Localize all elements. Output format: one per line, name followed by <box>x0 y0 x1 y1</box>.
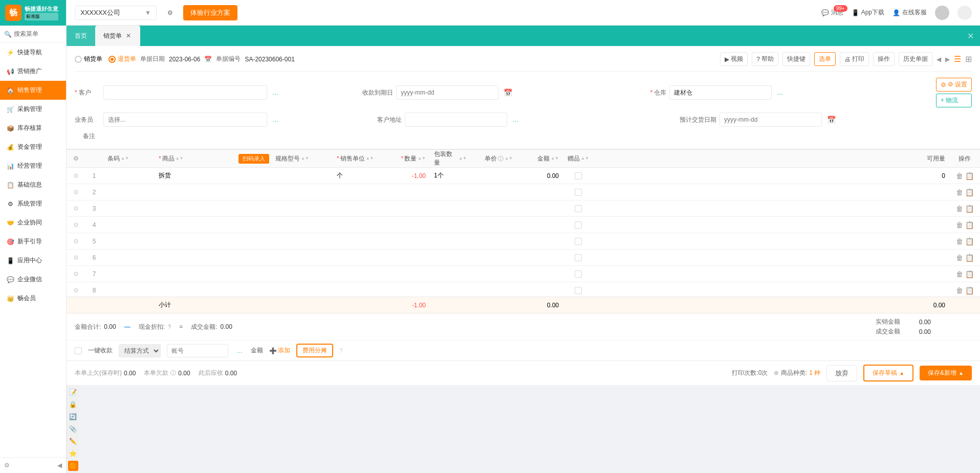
sidebar-item-system[interactable]: ⚙ 系统管理 <box>0 194 66 213</box>
pack-qty-sort-icon[interactable]: ▲▼ <box>459 156 467 161</box>
gift-checkbox[interactable] <box>575 221 582 229</box>
settings-button[interactable]: ⚙ ⚙ 设置 <box>936 78 972 92</box>
radio-return-order[interactable]: 退货单 <box>108 55 136 63</box>
add-amount-link[interactable]: ➕ 添加 <box>269 346 290 355</box>
row1-copy-icon[interactable]: 📋 <box>965 172 974 180</box>
warehouse-input[interactable] <box>669 85 772 100</box>
expected-delivery-input[interactable] <box>720 112 822 127</box>
settlement-method-select[interactable]: 结算方式 <box>119 344 161 357</box>
avatar[interactable] <box>935 6 949 20</box>
sidebar-item-guide[interactable]: 🎯 新手引导 <box>0 232 66 251</box>
radio-sale-order[interactable]: 销货单 <box>75 55 102 63</box>
nav-prev-icon[interactable]: ◀ <box>937 56 941 63</box>
tab-close-icon[interactable]: ✕ <box>125 32 132 39</box>
logistics-button[interactable]: + 物流 <box>936 94 972 107</box>
sidebar-item-finance[interactable]: 💰 资金管理 <box>0 138 66 156</box>
row1-unit[interactable]: 个 <box>333 171 384 180</box>
copy-icon[interactable]: 📋 <box>965 237 974 245</box>
product-sort-icon[interactable]: ▲▼ <box>176 156 184 161</box>
gift-checkbox[interactable] <box>575 189 582 196</box>
right-panel-icon-4[interactable]: 📎 <box>68 424 78 434</box>
nav-next-icon[interactable]: ▶ <box>945 56 950 63</box>
close-all-tabs-icon[interactable]: ✕ <box>967 32 974 40</box>
history-btn[interactable]: 历史单据 <box>899 52 932 66</box>
customer-input[interactable] <box>103 85 267 100</box>
sidebar-item-member[interactable]: 👑 畅会员 <box>0 289 66 308</box>
delete-icon[interactable]: 🗑 <box>956 254 963 262</box>
gift-checkbox[interactable] <box>575 205 582 212</box>
copy-icon[interactable]: 📋 <box>965 254 974 262</box>
warehouse-dots-icon[interactable]: … <box>775 89 785 96</box>
sidebar-item-marketing[interactable]: 📢 营销推广 <box>0 62 66 81</box>
discard-button[interactable]: 放弃 <box>826 365 857 381</box>
copy-icon[interactable]: 📋 <box>965 270 974 278</box>
account-dots-icon[interactable]: … <box>234 347 245 354</box>
row1-pack-qty[interactable]: 1个 <box>430 171 471 180</box>
sidebar-search[interactable]: 🔍 搜索菜单 <box>0 26 66 43</box>
gift-checkbox[interactable] <box>575 287 582 294</box>
right-panel-icon-1[interactable]: 📝 <box>68 387 78 397</box>
sidebar-item-inventory[interactable]: 📦 库存核算 <box>0 119 66 138</box>
settings-gear-icon[interactable]: ⚙ <box>4 462 10 469</box>
discount-info-icon[interactable]: ? <box>168 324 171 330</box>
copy-icon[interactable]: 📋 <box>965 188 974 196</box>
row1-gift[interactable] <box>563 172 594 179</box>
amount-sort-icon[interactable]: ▲▼ <box>551 156 559 161</box>
delete-icon[interactable]: 🗑 <box>956 286 963 295</box>
tab-home[interactable]: 首页 <box>67 26 95 46</box>
row1-delete-icon[interactable]: 🗑 <box>956 172 963 180</box>
row1-qty[interactable]: -1.00 <box>384 172 430 179</box>
copy-icon[interactable]: 📋 <box>965 221 974 229</box>
account-input[interactable] <box>167 344 228 357</box>
right-panel-icon-3[interactable]: 🔄 <box>68 412 78 422</box>
trial-button[interactable]: 体验行业方案 <box>183 5 237 20</box>
sidebar-item-sales[interactable]: 🏠 销售管理 <box>0 81 66 100</box>
print-btn[interactable]: 🖨 打印 <box>840 52 869 66</box>
grid-view-icon[interactable]: ⊞ <box>965 54 972 64</box>
product-type-link[interactable]: 1 种 <box>809 369 820 377</box>
save-new-button[interactable]: 保存&新增 ▲ <box>920 366 972 380</box>
customer-addr-dots-icon[interactable]: … <box>510 116 520 123</box>
unit-price-sort-icon[interactable]: ▲▼ <box>505 156 513 161</box>
overdue-info-icon[interactable]: ⓘ <box>170 369 176 377</box>
gift-checkbox[interactable] <box>575 238 582 245</box>
expense-split-btn[interactable]: 费用分摊 <box>296 344 333 357</box>
copy-icon[interactable]: 📋 <box>965 205 974 213</box>
unit-price-info-icon[interactable]: ⓘ <box>498 155 504 163</box>
save-draft-button[interactable]: 保存草稿 ▲ <box>863 365 913 381</box>
help-btn[interactable]: ? 帮助 <box>752 52 778 66</box>
row1-gift-checkbox[interactable] <box>575 172 582 179</box>
sidebar-item-purchase[interactable]: 🛒 采购管理 <box>0 100 66 119</box>
message-item[interactable]: 💬 消息 99+ <box>821 8 843 17</box>
salesperson-dots-icon[interactable]: … <box>270 116 280 123</box>
payment-due-calendar-icon[interactable]: 📅 <box>502 88 514 97</box>
right-panel-icon-2[interactable]: 🔒 <box>68 399 78 410</box>
row1-product[interactable]: 拆货 <box>155 171 236 180</box>
qty-sort-icon[interactable]: ▲▼ <box>418 156 426 161</box>
company-selector[interactable]: XXXXXX公司 ▼ <box>75 6 157 20</box>
tab-sale-order[interactable]: 销货单 ✕ <box>95 26 140 46</box>
shortcut-btn[interactable]: 快捷键 <box>782 52 810 66</box>
delete-icon[interactable]: 🗑 <box>956 205 963 213</box>
sidebar-item-apps[interactable]: 📱 应用中心 <box>0 251 66 270</box>
col-settings-icon[interactable]: ⚙ <box>73 155 79 162</box>
online-service-item[interactable]: 👤 在线客服 <box>892 8 927 17</box>
sidebar-item-basic[interactable]: 📋 基础信息 <box>0 175 66 194</box>
scan-btn[interactable]: 扫码录入 <box>238 154 269 164</box>
th-settings[interactable]: ⚙ <box>67 155 85 162</box>
delete-icon[interactable]: 🗑 <box>956 237 963 245</box>
sidebar-item-wechat[interactable]: 💬 企业微信 <box>0 270 66 289</box>
app-download-item[interactable]: 📱 App下载 <box>852 8 884 17</box>
row1-amount[interactable]: 0.00 <box>517 172 563 179</box>
select-order-btn[interactable]: 选单 <box>814 52 836 66</box>
video-btn[interactable]: ▶ 视频 <box>720 52 748 66</box>
right-panel-icon-5[interactable]: ✏️ <box>68 436 78 446</box>
customer-addr-input[interactable] <box>405 112 507 127</box>
sidebar-item-enterprise[interactable]: 🤝 企业协同 <box>0 213 66 232</box>
one-click-payment-checkbox[interactable] <box>75 347 82 354</box>
collapse-icon[interactable]: ◀ <box>57 462 62 469</box>
spec-sort-icon[interactable]: ▲▼ <box>301 156 309 161</box>
payment-due-input[interactable] <box>396 85 498 100</box>
gift-sort-icon[interactable]: ▲▼ <box>581 156 589 161</box>
barcode-sort-icon[interactable]: ▲▼ <box>121 156 129 161</box>
